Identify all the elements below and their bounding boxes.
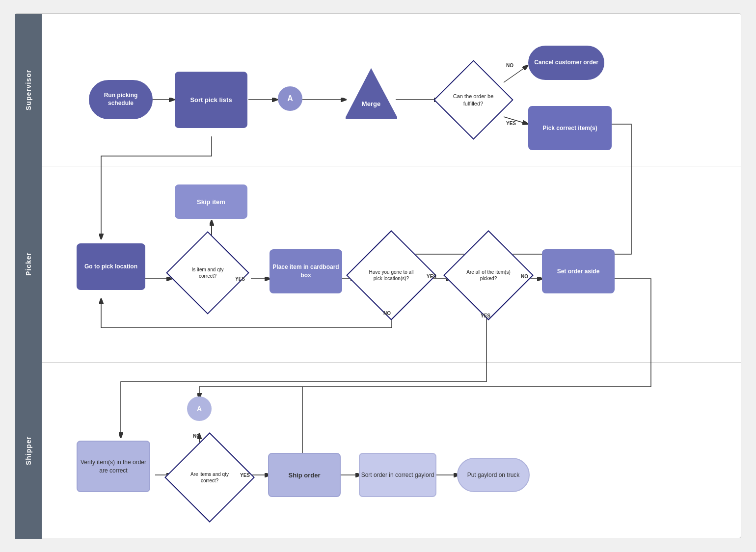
connector-a-top: A: [278, 86, 302, 111]
lane-picker: Picker: [15, 166, 42, 362]
verify-items-node: Verify item(s) in the order are correct: [77, 441, 150, 492]
merge-triangle-svg: Merge: [346, 67, 397, 121]
are-items-qty-node: Are items and qty correct?: [170, 446, 249, 509]
put-gaylord-node: Put gaylord on truck: [457, 458, 530, 492]
lane-supervisor: Supervisor: [15, 14, 42, 166]
run-picking-node: Run picking schedule: [89, 80, 153, 119]
lane-shipper: Shipper: [15, 362, 42, 539]
no-label-3: NO: [383, 311, 391, 316]
gone-all-pick-node: Have you gone to all pick location(s)?: [351, 243, 431, 307]
cancel-order-node: Cancel customer order: [528, 46, 604, 80]
all-picked-node: Are all of the item(s) picked?: [449, 243, 528, 307]
ship-order-node: Ship order: [268, 453, 341, 497]
pick-correct-node: Pick correct item(s): [528, 106, 612, 150]
is-item-qty-node: Is item and qty correct?: [171, 243, 244, 302]
set-order-aside-node: Set order aside: [542, 249, 615, 293]
svg-marker-19: [346, 69, 397, 118]
yes-label-1: YES: [506, 121, 516, 126]
no-label-5: NO: [193, 433, 200, 439]
sort-pick-lists-node: Sort pick lists: [175, 72, 247, 128]
swim-lanes: Supervisor Picker Shipper: [15, 14, 42, 538]
sort-gaylord-node: Sort order in correct gaylord: [359, 453, 436, 497]
yes-label-3: YES: [427, 274, 436, 279]
svg-text:Merge: Merge: [362, 100, 380, 107]
yes-label-2: YES: [235, 276, 245, 282]
no-label-1: NO: [506, 63, 513, 68]
place-item-node: Place item in cardboard box: [270, 249, 342, 293]
yes-label-4: YES: [481, 313, 490, 318]
can-order-node: Can the order be fulfilled?: [439, 72, 508, 128]
merge-node: Merge: [346, 67, 397, 121]
diagram-container: Supervisor Picker Shipper: [15, 13, 741, 538]
flow-area: Run picking schedule Sort pick lists A M…: [42, 14, 741, 538]
yes-label-5: YES: [240, 473, 250, 478]
no-label-4: NO: [521, 274, 528, 279]
go-pick-node: Go to pick location: [77, 243, 145, 290]
skip-item-node: Skip item: [175, 184, 247, 219]
connector-a-bottom: A: [187, 396, 212, 421]
